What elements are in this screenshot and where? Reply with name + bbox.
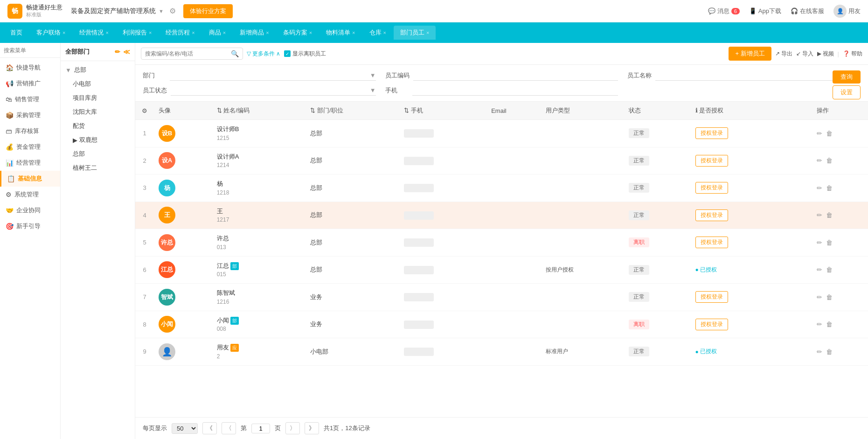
import-button[interactable]: ↙ 导入 (796, 50, 813, 58)
delete-icon[interactable]: 🗑 (826, 321, 833, 328)
delete-icon[interactable]: 🗑 (826, 157, 833, 164)
tab-history[interactable]: 经营历程 × (159, 26, 201, 40)
col-settings[interactable]: ⚙ (135, 102, 154, 120)
tab-barcode[interactable]: 条码方案 × (277, 26, 319, 40)
edit-icon[interactable]: ✏ (817, 239, 822, 246)
delete-icon[interactable]: 🗑 (826, 266, 833, 273)
search-icon[interactable]: 🔍 (231, 50, 239, 57)
dept-edit-icon[interactable]: ✏ (115, 48, 120, 56)
auth-login-btn[interactable]: 授权登录 (695, 319, 728, 330)
last-page-btn[interactable]: 》 (305, 422, 319, 434)
dept-node-peihuo[interactable]: 配货 (68, 119, 135, 133)
edit-icon[interactable]: ✏ (817, 266, 822, 273)
delete-icon[interactable]: 🗑 (826, 130, 833, 137)
filter-name-input[interactable] (655, 70, 861, 81)
filter-btn[interactable]: ▽ 更多条件 ∧ (247, 50, 280, 58)
edit-icon[interactable]: ✏ (817, 211, 822, 219)
edit-icon[interactable]: ✏ (817, 184, 822, 192)
tab-bom[interactable]: 物料清单 × (319, 26, 361, 40)
tab-warehouse[interactable]: 仓库 × (363, 26, 393, 40)
delete-icon[interactable]: 🗑 (826, 293, 833, 301)
next-page-btn[interactable]: 〉 (285, 422, 300, 434)
page-number-input[interactable] (251, 424, 270, 433)
export-button[interactable]: ↗ 导出 (775, 50, 792, 58)
close-history-tab[interactable]: × (192, 30, 194, 35)
show-resigned-checkbox[interactable]: ✓ (284, 50, 291, 57)
dept-node-xiaodibu[interactable]: 小电部 (68, 77, 135, 91)
tab-operation[interactable]: 经营情况 × (73, 26, 115, 40)
auth-login-btn[interactable]: 授权登录 (695, 291, 728, 303)
tab-customer[interactable]: 客户联络 × (30, 26, 72, 40)
sidebar-item-corp[interactable]: 🤝企业协同 (0, 202, 60, 218)
auth-login-btn[interactable]: 授权登录 (695, 237, 728, 248)
sidebar-item-purchase[interactable]: 📦采购管理 (0, 107, 60, 123)
add-staff-button[interactable]: + 新增员工 (729, 47, 771, 61)
delete-icon[interactable]: 🗑 (826, 239, 833, 246)
settings-icon[interactable]: ⚙ (169, 7, 176, 15)
close-customer-tab[interactable]: × (62, 30, 65, 35)
sidebar-search-input[interactable] (4, 47, 61, 54)
edit-icon[interactable]: ✏ (817, 293, 822, 301)
prev-page-btn[interactable]: 〈 (222, 422, 236, 434)
dept-node-general[interactable]: ▼ 总部 (61, 63, 135, 77)
tab-goods[interactable]: 商品 × (202, 26, 232, 40)
auth-login-btn[interactable]: 授权登录 (695, 155, 728, 167)
tab-staff[interactable]: 部门员工 × (394, 26, 436, 40)
user-menu-btn[interactable]: 👤 用友 (833, 5, 861, 18)
edit-icon[interactable]: ✏ (817, 130, 822, 137)
message-btn[interactable]: 💬 消息 6 (708, 7, 740, 15)
auth-login-btn[interactable]: 授权登录 (695, 209, 728, 221)
sidebar-item-basic[interactable]: 📋基础信息 (0, 171, 60, 187)
search-input[interactable] (145, 50, 229, 57)
page-size-select[interactable]: 50 20 100 (172, 423, 198, 434)
system-dropdown-arrow[interactable]: ▼ (159, 8, 164, 14)
filter-status-select[interactable]: ▼ (171, 85, 376, 96)
help-button[interactable]: ❓ 帮助 (843, 50, 862, 58)
filter-code-input[interactable] (413, 70, 618, 81)
dept-node-zhishu[interactable]: 植树王二 (68, 161, 135, 175)
sidebar-item-inventory[interactable]: 🗃库存核算 (0, 123, 60, 139)
dept-collapse-icon[interactable]: ≪ (123, 48, 130, 56)
app-download-btn[interactable]: 📱 App下载 (749, 7, 781, 15)
dept-node-zongbu[interactable]: 总部 (68, 147, 135, 161)
sidebar-item-finance[interactable]: 💰资金管理 (0, 139, 60, 155)
col-dept[interactable]: ⇅ 部门/职位 (306, 102, 399, 120)
filter-phone-input[interactable] (412, 85, 618, 96)
auth-login-btn[interactable]: 授权登录 (695, 182, 728, 194)
view-button[interactable]: ▶ 视频 (817, 50, 834, 58)
tab-add-goods[interactable]: 新增商品 × (233, 26, 275, 40)
edit-icon[interactable]: ✏ (817, 157, 822, 164)
dept-node-xiangmu[interactable]: 项目库房 (68, 91, 135, 105)
first-page-btn[interactable]: 《 (202, 422, 217, 434)
close-barcode-tab[interactable]: × (309, 30, 312, 35)
dept-node-shuanglu[interactable]: ▶ 双鹿想 (68, 133, 135, 147)
dept-node-shenyang[interactable]: 沈阳大库 (68, 105, 135, 119)
delete-icon[interactable]: 🗑 (826, 211, 833, 219)
edit-icon[interactable]: ✏ (817, 348, 822, 355)
close-profit-tab[interactable]: × (149, 30, 152, 35)
trial-button[interactable]: 体验行业方案 (183, 4, 233, 18)
tab-profit[interactable]: 利润报告 × (116, 26, 158, 40)
delete-icon[interactable]: 🗑 (826, 348, 833, 355)
close-add-goods-tab[interactable]: × (266, 30, 269, 35)
show-resigned-toggle[interactable]: ✓ 显示离职员工 (284, 50, 326, 58)
close-staff-tab[interactable]: × (426, 30, 429, 35)
col-name[interactable]: ⇅ 姓名/编码 (212, 102, 306, 120)
delete-icon[interactable]: 🗑 (826, 184, 833, 192)
filter-dept-select[interactable]: ▼ (170, 70, 376, 81)
online-service-btn[interactable]: 🎧 在线客服 (791, 7, 824, 15)
sidebar-item-quicknav[interactable]: 🏠快捷导航 (0, 60, 60, 76)
query-button[interactable]: 查询 (833, 70, 861, 84)
auth-login-btn[interactable]: 授权登录 (695, 127, 728, 139)
col-phone[interactable]: ⇅ 手机 (399, 102, 486, 120)
sidebar-item-system[interactable]: ⚙系统管理 (0, 187, 60, 202)
close-warehouse-tab[interactable]: × (383, 30, 386, 35)
edit-icon[interactable]: ✏ (817, 321, 822, 328)
sidebar-item-guide[interactable]: 🎯新手引导 (0, 218, 60, 234)
sidebar-item-operation[interactable]: 📊经营管理 (0, 155, 60, 171)
close-operation-tab[interactable]: × (105, 30, 108, 35)
close-goods-tab[interactable]: × (223, 30, 226, 35)
sidebar-item-sales[interactable]: 🛍销售管理 (0, 91, 60, 107)
sidebar-item-marketing[interactable]: 📢营销推广 (0, 76, 60, 91)
tab-home[interactable]: 首页 (4, 26, 29, 40)
